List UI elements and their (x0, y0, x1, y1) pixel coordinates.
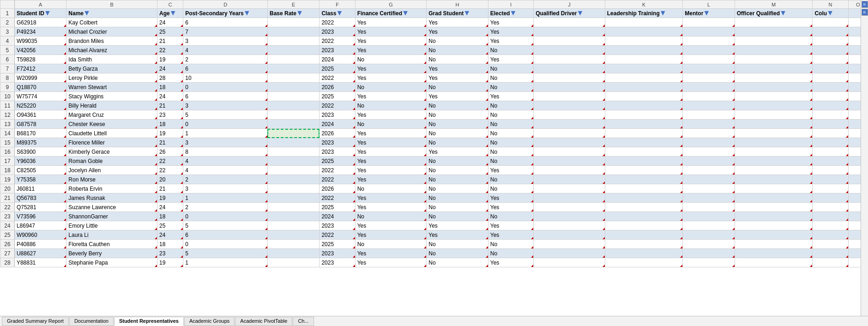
table-cell[interactable] (267, 212, 319, 221)
header-qualified-driver[interactable]: Qualified Driver (534, 9, 605, 18)
table-cell[interactable] (605, 27, 683, 36)
table-cell[interactable]: 22 (157, 157, 183, 166)
table-cell[interactable] (534, 55, 605, 64)
table-cell[interactable] (534, 18, 605, 27)
table-cell[interactable] (605, 101, 683, 110)
table-cell[interactable]: 2022 (319, 175, 355, 184)
table-cell[interactable] (735, 92, 813, 101)
table-cell[interactable]: C82505 (14, 166, 66, 175)
table-cell[interactable]: No (427, 166, 488, 175)
table-cell[interactable]: 0 (183, 212, 268, 221)
table-cell[interactable]: Yes (355, 92, 427, 101)
tab-academic-pivot[interactable]: Academic PivotTable (235, 317, 292, 326)
tab-graded-summary[interactable]: Graded Summary Report (2, 317, 69, 326)
table-cell[interactable]: 3 (183, 138, 268, 147)
table-row[interactable]: 16S63900Kimberly Gerace2682023YesYesNo (0, 147, 868, 157)
table-cell[interactable]: Brandon Miles (66, 36, 157, 46)
table-cell[interactable] (605, 203, 683, 212)
table-cell[interactable]: S63900 (14, 147, 66, 157)
table-cell[interactable]: Ida Smith (66, 55, 157, 64)
header-base-rate[interactable]: Base Rate (267, 9, 319, 18)
table-cell[interactable] (735, 175, 813, 184)
header-officer-qualified[interactable]: Officer Qualified (735, 9, 813, 18)
table-cell[interactable] (605, 110, 683, 120)
table-cell[interactable]: 2 (183, 203, 268, 212)
table-cell[interactable]: Yes (488, 221, 533, 230)
table-cell[interactable] (267, 249, 319, 258)
table-cell[interactable] (605, 73, 683, 83)
table-cell[interactable]: 19 (157, 193, 183, 203)
table-row[interactable]: 26P40886Floretta Cauthen1802025NoNoNo (0, 240, 868, 249)
table-cell[interactable]: 4 (183, 46, 268, 55)
table-cell[interactable] (605, 138, 683, 147)
header-student-id[interactable]: Student ID (14, 9, 66, 18)
table-cell[interactable]: Yes (355, 64, 427, 73)
table-cell[interactable]: No (488, 175, 533, 184)
table-cell[interactable] (605, 230, 683, 240)
table-cell[interactable] (605, 184, 683, 193)
table-cell[interactable]: O94361 (14, 110, 66, 120)
table-cell[interactable]: Kay Colbert (66, 18, 157, 27)
table-cell[interactable]: No (355, 120, 427, 129)
table-cell[interactable]: 26 (157, 147, 183, 157)
table-row[interactable]: 14B68170Claudette Littell1912026YesNoNo (0, 129, 868, 138)
table-cell[interactable]: No (355, 184, 427, 193)
table-cell[interactable] (605, 129, 683, 138)
table-cell[interactable] (735, 110, 813, 120)
table-cell[interactable] (683, 64, 735, 73)
table-cell[interactable] (683, 120, 735, 129)
table-cell[interactable] (534, 221, 605, 230)
table-row[interactable]: 28Y88831Stephanie Papa1912023YesNoYes (0, 258, 868, 267)
table-cell[interactable]: 18 (157, 212, 183, 221)
table-cell[interactable]: Yes (355, 138, 427, 147)
table-cell[interactable] (534, 73, 605, 83)
table-cell[interactable] (813, 27, 848, 36)
table-cell[interactable] (534, 101, 605, 110)
table-cell[interactable] (683, 175, 735, 184)
table-cell[interactable] (534, 157, 605, 166)
table-cell[interactable] (683, 184, 735, 193)
table-cell[interactable]: Yes (427, 18, 488, 27)
table-cell[interactable] (534, 175, 605, 184)
header-leadership-training[interactable]: Leadership Training (605, 9, 683, 18)
table-cell[interactable] (605, 157, 683, 166)
table-cell[interactable]: Y96036 (14, 157, 66, 166)
table-cell[interactable]: Jocelyn Allen (66, 166, 157, 175)
table-cell[interactable]: 24 (157, 230, 183, 240)
table-cell[interactable]: No (488, 101, 533, 110)
table-cell[interactable] (735, 157, 813, 166)
table-cell[interactable] (813, 64, 848, 73)
table-cell[interactable] (267, 73, 319, 83)
table-cell[interactable]: 0 (183, 240, 268, 249)
table-cell[interactable]: Stacy Wiggins (66, 92, 157, 101)
col-letter-K[interactable]: K (605, 0, 683, 9)
table-row[interactable]: 20J60811Roberta Ervin2132026NoNoNo (0, 184, 868, 193)
table-cell[interactable]: Roman Goble (66, 157, 157, 166)
filter-arrow-icon[interactable] (704, 11, 709, 16)
table-cell[interactable] (813, 249, 848, 258)
table-cell[interactable]: V42056 (14, 46, 66, 55)
table-cell[interactable] (267, 138, 319, 147)
table-cell[interactable] (267, 101, 319, 110)
table-cell[interactable]: V73596 (14, 212, 66, 221)
table-cell[interactable] (267, 175, 319, 184)
table-cell[interactable]: 24 (157, 64, 183, 73)
table-cell[interactable] (813, 175, 848, 184)
filter-arrow-icon[interactable] (661, 11, 665, 16)
table-cell[interactable]: No (488, 73, 533, 83)
table-cell[interactable]: Yes (488, 55, 533, 64)
table-cell[interactable]: 2023 (319, 147, 355, 157)
table-cell[interactable] (813, 221, 848, 230)
table-row[interactable]: 13G87578Chester Keese1802024NoNoNo (0, 120, 868, 129)
table-cell[interactable] (813, 129, 848, 138)
table-cell[interactable]: 23 (157, 110, 183, 120)
table-cell[interactable] (735, 120, 813, 129)
table-cell[interactable] (813, 46, 848, 55)
table-cell[interactable]: Yes (355, 157, 427, 166)
table-cell[interactable] (735, 36, 813, 46)
table-cell[interactable] (267, 221, 319, 230)
table-cell[interactable] (813, 55, 848, 64)
table-cell[interactable] (683, 249, 735, 258)
table-cell[interactable] (267, 240, 319, 249)
table-cell[interactable] (534, 36, 605, 46)
